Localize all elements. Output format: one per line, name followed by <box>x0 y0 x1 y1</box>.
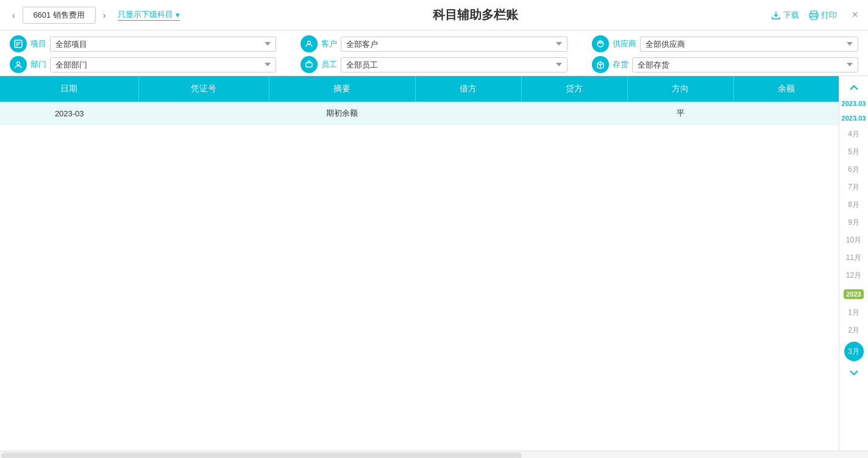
inventory-select[interactable]: 全部存货 <box>632 57 858 72</box>
sidebar-month-2[interactable]: 2月 <box>839 322 868 339</box>
filter-bar: 项目 全部项目 客户 全部客 <box>0 30 868 76</box>
cell-direction: 平 <box>627 102 733 125</box>
close-button[interactable]: × <box>852 9 858 21</box>
dept-label: 部门 <box>30 59 46 70</box>
download-label: 下载 <box>783 10 799 21</box>
customer-filter-item: 客户 全部客户 <box>301 35 567 52</box>
sidebar-down-button[interactable] <box>839 364 868 381</box>
table-header-row: 日期 凭证号 摘要 借方 贷方 方向 余额 <box>0 76 839 102</box>
table-container[interactable]: 日期 凭证号 摘要 借方 贷方 方向 余额 2023-03 期初余额 <box>0 76 839 451</box>
cell-summary: 期初余额 <box>269 102 415 125</box>
project-label: 项目 <box>30 38 46 49</box>
sidebar-month-11[interactable]: 11月 <box>839 249 868 267</box>
inventory-filter-item: 存货 全部存货 <box>592 56 858 73</box>
customer-icon <box>301 35 318 52</box>
svg-rect-1 <box>811 16 817 19</box>
ledger-table: 日期 凭证号 摘要 借方 贷方 方向 余额 2023-03 期初余额 <box>0 76 839 125</box>
print-button[interactable]: 打印 <box>809 10 837 21</box>
supplier-label: 供应商 <box>613 38 636 49</box>
show-sub-dropdown-icon: ▾ <box>176 10 180 19</box>
supplier-select[interactable]: 全部供应商 <box>640 37 858 52</box>
top-bar: ‹ 6601 销售费用 › 只显示下级科目 ▾ 科目辅助多栏账 下载 <box>0 0 868 30</box>
employee-icon <box>301 56 318 73</box>
sidebar-month-1[interactable]: 1月 <box>839 304 868 322</box>
dept-filter-item: 部门 全部部门 <box>10 56 276 73</box>
inventory-icon <box>592 56 609 73</box>
download-icon <box>771 10 781 20</box>
top-actions: 下载 打印 × <box>771 9 858 21</box>
cell-credit <box>521 102 627 125</box>
employee-filter-item: 员工 全部员工 <box>301 56 567 73</box>
employee-label: 员工 <box>321 59 337 70</box>
cell-debit <box>415 102 521 125</box>
dept-select[interactable]: 全部部门 <box>50 57 276 72</box>
sidebar-month-3-active[interactable]: 3月 <box>844 342 864 361</box>
col-date: 日期 <box>0 76 138 102</box>
svg-point-10 <box>599 42 601 44</box>
svg-rect-12 <box>306 63 312 67</box>
col-summary: 摘要 <box>269 76 415 102</box>
sidebar-month-2023-03-second[interactable]: 2023.03 <box>839 111 868 125</box>
show-sub-label: 只显示下级科目 <box>118 9 173 20</box>
sidebar-month-8[interactable]: 8月 <box>839 196 868 214</box>
supplier-filter-item: 供应商 全部供应商 <box>592 35 858 52</box>
sidebar-month-10[interactable]: 10月 <box>839 231 868 249</box>
chevron-up-icon <box>850 85 858 91</box>
col-debit: 借方 <box>415 76 521 102</box>
sidebar-month-4[interactable]: 4月 <box>839 125 868 143</box>
horizontal-scrollbar[interactable] <box>0 451 868 458</box>
account-code-display: 6601 销售费用 <box>23 7 96 24</box>
col-credit: 贷方 <box>521 76 627 102</box>
svg-point-8 <box>308 41 311 44</box>
customer-select[interactable]: 全部客户 <box>341 37 567 52</box>
cell-date: 2023-03 <box>0 102 138 125</box>
col-voucher: 凭证号 <box>138 76 269 102</box>
dept-icon <box>10 56 27 73</box>
download-button[interactable]: 下载 <box>771 10 799 21</box>
chevron-down-icon <box>850 370 858 376</box>
table-area: 日期 凭证号 摘要 借方 贷方 方向 余额 2023-03 期初余额 <box>0 76 868 451</box>
customer-label: 客户 <box>321 38 337 49</box>
cell-balance <box>733 102 839 125</box>
sidebar-month-2023-03-top[interactable]: 2023.03 <box>839 96 868 111</box>
page-title: 科目辅助多栏账 <box>185 7 766 23</box>
sidebar-month-7[interactable]: 7月 <box>839 178 868 196</box>
show-sub-toggle[interactable]: 只显示下级科目 ▾ <box>118 9 180 21</box>
project-filter-item: 项目 全部项目 <box>10 35 276 52</box>
sidebar-month-5[interactable]: 5月 <box>839 143 868 161</box>
col-direction: 方向 <box>627 76 733 102</box>
sidebar-month-6[interactable]: 6月 <box>839 161 868 178</box>
sidebar-up-button[interactable] <box>839 79 868 96</box>
filter-row-1: 项目 全部项目 客户 全部客 <box>10 35 858 52</box>
print-label: 打印 <box>821 10 837 21</box>
next-account-btn[interactable]: › <box>101 9 108 21</box>
table-row: 2023-03 期初余额 平 <box>0 102 839 125</box>
main-window: ‹ 6601 销售费用 › 只显示下级科目 ▾ 科目辅助多栏账 下载 <box>0 0 868 458</box>
sidebar-year-badge[interactable]: 2023 <box>844 289 863 299</box>
sidebar-month-12[interactable]: 12月 <box>839 267 868 284</box>
svg-point-3 <box>817 15 818 16</box>
scrollbar-track[interactable] <box>1 453 522 458</box>
employee-select[interactable]: 全部员工 <box>341 57 567 72</box>
prev-account-btn[interactable]: ‹ <box>10 9 18 21</box>
project-icon <box>10 35 27 52</box>
project-select[interactable]: 全部项目 <box>50 37 276 52</box>
cell-voucher <box>138 102 269 125</box>
col-balance: 余额 <box>733 76 839 102</box>
print-icon <box>809 10 819 20</box>
filter-row-2: 部门 全部部门 员工 全部员 <box>10 56 858 73</box>
svg-point-11 <box>17 62 20 65</box>
month-sidebar: 2023.03 2023.03 4月 5月 6月 7月 8月 9月 10月 11… <box>839 76 868 451</box>
supplier-icon <box>592 35 609 52</box>
sidebar-month-9[interactable]: 9月 <box>839 214 868 231</box>
inventory-label: 存货 <box>613 59 628 70</box>
